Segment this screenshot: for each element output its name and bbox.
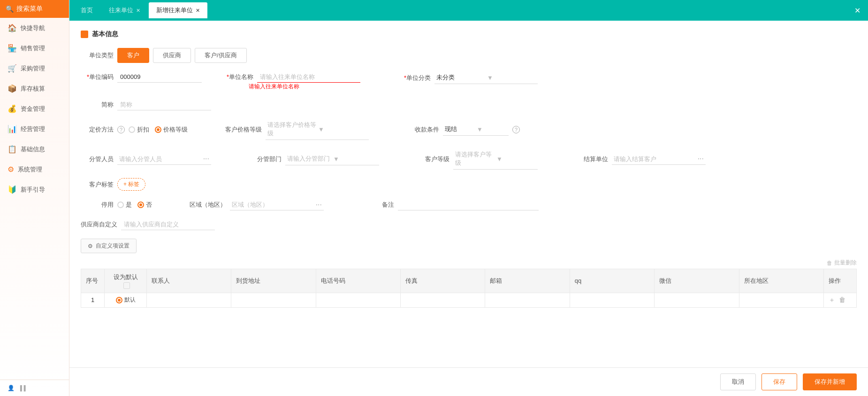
default-radio-circle[interactable]: [116, 297, 122, 303]
supplier-custom-group: 供应商自定义: [81, 219, 857, 230]
save-new-button[interactable]: 保存并新增: [803, 373, 857, 390]
sidebar-item-finance[interactable]: 💰 资金管理: [0, 99, 69, 119]
row-address[interactable]: [231, 293, 316, 307]
add-row-icon[interactable]: ＋: [829, 296, 835, 304]
sidebar-item-basic-info[interactable]: 📋 基础信息: [0, 139, 69, 159]
region-input[interactable]: [230, 199, 314, 210]
tab-new-contact-close[interactable]: ✕: [196, 8, 200, 14]
finance-icon: 💰: [8, 104, 17, 113]
email-input[interactable]: [490, 296, 564, 303]
tab-contacts-close[interactable]: ✕: [136, 8, 140, 14]
custom-settings-label: 自定义项设置: [96, 242, 129, 250]
disabled-label: 停用: [81, 201, 114, 209]
payment-help-icon[interactable]: ?: [512, 126, 520, 133]
unit-name-input[interactable]: [257, 71, 360, 83]
unit-name-group: *单位名称: [221, 71, 360, 83]
no-radio[interactable]: [137, 202, 144, 208]
th-address: 到货地址: [231, 269, 316, 293]
alias-input[interactable]: [117, 99, 211, 110]
inventory-icon: 📦: [8, 84, 17, 93]
phone-input[interactable]: [321, 296, 396, 303]
row-qq[interactable]: [570, 293, 654, 307]
settlement-more-btn[interactable]: ···: [696, 155, 706, 163]
fax-input[interactable]: [405, 296, 480, 303]
row-default-radio[interactable]: 默认: [109, 296, 142, 304]
row-fax[interactable]: [401, 293, 485, 307]
disabled-yes-option[interactable]: 是: [117, 201, 132, 209]
sidebar-label-basic-info: 基础信息: [21, 145, 45, 154]
sidebar-label-guide: 新手引导: [21, 186, 45, 194]
add-tag-button[interactable]: + 标签: [117, 178, 145, 191]
tab-home[interactable]: 首页: [73, 2, 100, 18]
disabled-no-option[interactable]: 否: [137, 201, 152, 209]
tags-group: 客户标签 + 标签: [81, 178, 857, 191]
pricing-help-icon[interactable]: ?: [117, 126, 125, 133]
th-wechat: 微信: [655, 269, 739, 293]
row-default: 默认: [105, 293, 147, 307]
th-contact: 联系人: [147, 269, 231, 293]
qq-input[interactable]: [575, 296, 649, 303]
customer-level-select[interactable]: 请选择客户等级 ▼: [453, 148, 538, 170]
customer-price-level-select[interactable]: 请选择客户价格等级 ▼: [266, 119, 369, 140]
tabbar-close-button[interactable]: ✕: [851, 4, 864, 17]
row-wechat[interactable]: [655, 293, 739, 307]
tab-new-contact[interactable]: 新增往来单位 ✕: [149, 2, 207, 18]
btn-both[interactable]: 客户/供应商: [195, 48, 247, 63]
sidebar-search-label: 搜索菜单: [16, 5, 43, 13]
remarks-input[interactable]: [398, 199, 539, 210]
settlement-input[interactable]: [612, 154, 696, 164]
th-region: 所在地区: [739, 269, 823, 293]
tab-contacts[interactable]: 往来单位 ✕: [101, 2, 148, 18]
row-email[interactable]: [485, 293, 570, 307]
custom-settings-button[interactable]: ⚙ 自定义项设置: [81, 239, 137, 253]
address-input[interactable]: [236, 296, 311, 303]
discount-radio[interactable]: [129, 126, 135, 133]
save-button[interactable]: 保存: [761, 373, 797, 390]
payment-terms-label: 收款条件: [406, 125, 439, 134]
row-contact[interactable]: [147, 293, 231, 307]
contacts-table: 序号 设为默认 联系人 到货地址 电话号码 传真 邮箱 qq 微信 所在地区: [81, 269, 857, 308]
pricing-discount-option[interactable]: 折扣: [129, 125, 149, 134]
batch-delete-label[interactable]: 批量删除: [834, 259, 857, 267]
unit-category-select[interactable]: 未分类 ▼: [434, 71, 538, 84]
department-select[interactable]: 请输入分管部门 ▼: [285, 153, 379, 165]
sidebar-item-inventory[interactable]: 📦 库存核算: [0, 78, 69, 99]
unit-code-input[interactable]: [117, 71, 202, 83]
row-phone[interactable]: [316, 293, 400, 307]
sidebar-label-operations: 经营管理: [21, 125, 45, 133]
manager-input[interactable]: [117, 154, 201, 164]
level-radio[interactable]: [155, 126, 161, 133]
btn-supplier[interactable]: 供应商: [153, 48, 191, 63]
sidebar-item-quick-nav[interactable]: 🏠 快捷导航: [0, 18, 69, 38]
system-icon: ⚙: [8, 165, 14, 174]
yes-radio[interactable]: [117, 202, 124, 208]
contact-input[interactable]: [152, 296, 226, 303]
payment-terms-select[interactable]: 现结 ▼: [443, 123, 509, 136]
customer-price-level-label: 客户价格等级: [225, 125, 262, 134]
manager-more-btn[interactable]: ···: [201, 155, 211, 163]
department-label: 分管部门: [249, 155, 282, 163]
manager-group: 分管人员 ···: [81, 154, 211, 165]
manager-input-wrapper: ···: [117, 154, 211, 165]
sidebar-item-guide[interactable]: 🔰 新手引导: [0, 179, 69, 200]
sidebar-footer: 👤 ▐▐: [0, 380, 69, 396]
sidebar-label-purchase: 采购管理: [21, 64, 45, 73]
sidebar-search[interactable]: 🔍 搜索菜单: [0, 0, 69, 18]
wechat-input[interactable]: [659, 296, 734, 303]
section-icon: [81, 31, 88, 38]
th-default: 设为默认: [105, 269, 147, 293]
cancel-button[interactable]: 取消: [720, 373, 756, 390]
supplier-custom-input[interactable]: [121, 219, 215, 230]
pricing-level-option[interactable]: 价格等级: [155, 125, 188, 134]
row-region-input[interactable]: [744, 296, 819, 303]
gear-icon: ⚙: [88, 243, 93, 249]
btn-customer[interactable]: 客户: [117, 48, 149, 63]
delete-row-icon[interactable]: 🗑: [839, 296, 845, 304]
sidebar-item-system[interactable]: ⚙ 系统管理: [0, 159, 69, 179]
sidebar-item-sales[interactable]: 🏪 销售管理: [0, 38, 69, 58]
th-email: 邮箱: [485, 269, 570, 293]
region-more-btn[interactable]: ···: [314, 201, 324, 209]
sidebar-item-purchase[interactable]: 🛒 采购管理: [0, 58, 69, 78]
row-region[interactable]: [739, 293, 823, 307]
sidebar-item-operations[interactable]: 📊 经营管理: [0, 119, 69, 139]
